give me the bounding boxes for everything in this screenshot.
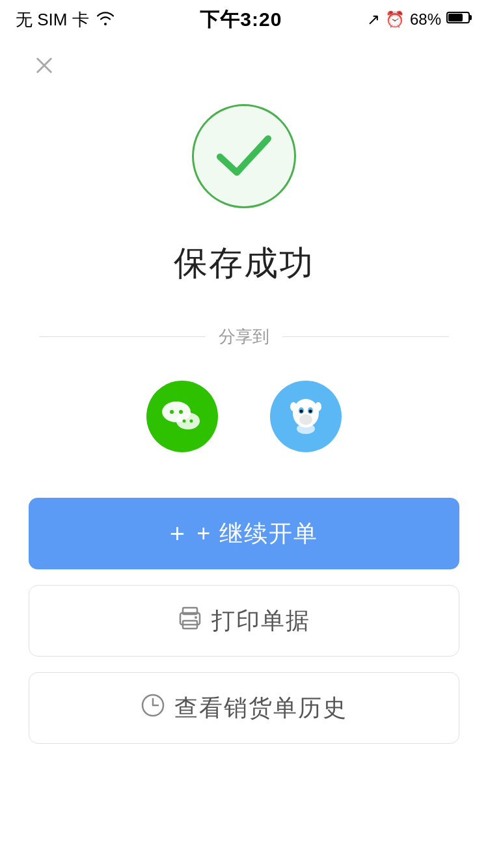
status-bar: 无 SIM 卡 下午3:20 ↗ ⏰ 68% xyxy=(0,0,488,39)
share-label: 分享到 xyxy=(206,325,282,348)
history-icon xyxy=(141,693,165,724)
svg-point-14 xyxy=(309,410,312,413)
svg-point-8 xyxy=(190,420,193,423)
status-left: 无 SIM 卡 xyxy=(16,8,115,31)
continue-order-button[interactable]: + + 继续开单 xyxy=(29,498,459,569)
svg-point-4 xyxy=(176,413,200,429)
continue-order-label: + 继续开单 xyxy=(197,518,318,550)
svg-point-18 xyxy=(315,402,321,411)
wechat-share-button[interactable] xyxy=(146,381,218,452)
svg-rect-2 xyxy=(448,14,463,21)
checkmark-icon xyxy=(215,132,273,181)
divider-line-right xyxy=(282,336,449,337)
svg-point-17 xyxy=(290,402,297,411)
status-right: ↗ ⏰ 68% xyxy=(367,10,472,29)
qq-share-button[interactable] xyxy=(270,381,342,452)
plus-icon: + xyxy=(170,519,186,549)
print-icon xyxy=(178,606,202,636)
wifi-icon xyxy=(96,10,115,30)
qq-glyph xyxy=(286,395,326,438)
share-divider: 分享到 xyxy=(0,325,488,348)
svg-point-6 xyxy=(179,410,183,414)
status-time: 下午3:20 xyxy=(200,7,282,33)
divider-line-left xyxy=(39,336,206,337)
battery-icon xyxy=(446,10,472,29)
history-label: 查看销货单历史 xyxy=(174,692,347,724)
print-label: 打印单据 xyxy=(211,605,310,637)
history-button[interactable]: 查看销货单历史 xyxy=(29,672,459,744)
print-button[interactable]: 打印单据 xyxy=(29,585,459,657)
main-content: 保存成功 分享到 xyxy=(0,39,488,744)
svg-point-16 xyxy=(299,414,312,425)
svg-point-13 xyxy=(300,410,303,413)
svg-point-5 xyxy=(170,410,174,414)
alarm-icon: ⏰ xyxy=(385,10,405,29)
svg-point-10 xyxy=(297,424,315,434)
share-icons-row xyxy=(146,381,342,452)
svg-rect-1 xyxy=(469,15,472,20)
sim-label: 无 SIM 卡 xyxy=(16,8,89,31)
close-button[interactable] xyxy=(29,49,60,81)
location-icon: ↗ xyxy=(367,10,380,29)
actions-container: + + 继续开单 打印单据 查看销货单历史 xyxy=(0,498,488,744)
svg-point-7 xyxy=(183,420,186,423)
success-icon-circle xyxy=(192,104,296,208)
svg-point-22 xyxy=(195,616,197,619)
battery-percent: 68% xyxy=(410,10,441,29)
success-title: 保存成功 xyxy=(174,241,314,286)
wechat-glyph xyxy=(161,398,204,435)
